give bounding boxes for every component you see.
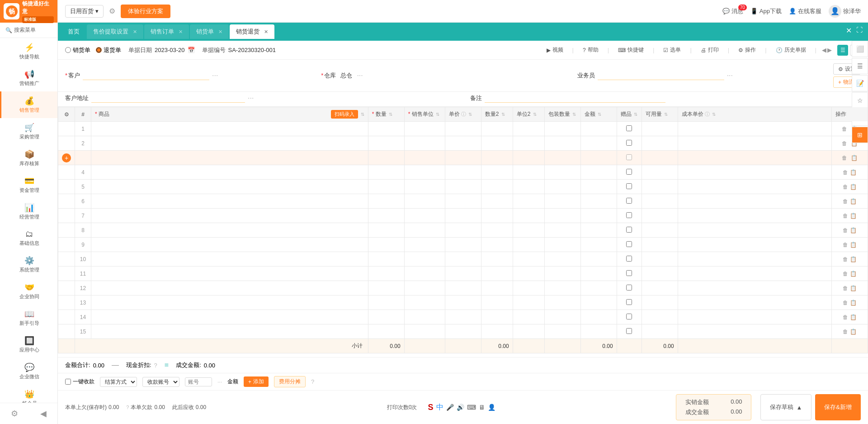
- row-amount-1[interactable]: [580, 122, 617, 136]
- copy-icon-7[interactable]: 📋: [850, 213, 857, 219]
- unit2-sort-icon[interactable]: ⇅: [533, 112, 537, 117]
- copy-icon-9[interactable]: 📋: [850, 242, 857, 248]
- copy-icon-13[interactable]: 📋: [850, 300, 857, 306]
- sidebar-item-purchase[interactable]: 🛒 采购管理: [0, 118, 57, 145]
- tab-home[interactable]: 首页: [61, 24, 86, 39]
- tab-sales-order[interactable]: 销售订单 ✕: [144, 24, 189, 39]
- delete-icon-3[interactable]: 🗑: [842, 155, 847, 161]
- delete-icon-13[interactable]: 🗑: [843, 300, 848, 306]
- cost-sort-icon[interactable]: ⇅: [712, 112, 716, 117]
- right-panel-expand[interactable]: ⬜: [852, 41, 868, 57]
- right-panel-grid[interactable]: ⊞: [852, 127, 868, 143]
- next-icon[interactable]: ▶: [827, 47, 832, 53]
- split-btn[interactable]: 费用分摊: [274, 376, 306, 387]
- lang-icon[interactable]: 中: [436, 403, 443, 412]
- qty2-sort-icon[interactable]: ⇅: [501, 112, 505, 117]
- staff-input[interactable]: [598, 71, 724, 80]
- online-service-button[interactable]: 👤 在线客服: [789, 7, 821, 15]
- row-qty-1[interactable]: [368, 122, 404, 136]
- volume-icon[interactable]: 🔊: [457, 404, 464, 411]
- list-view-btn[interactable]: ☰: [837, 45, 848, 56]
- sidebar-item-finance[interactable]: 💳 资金管理: [0, 172, 57, 198]
- operate-btn[interactable]: ⚙ 操作: [735, 44, 760, 56]
- radio-sale[interactable]: 销货单: [65, 46, 90, 54]
- tab-price-close[interactable]: ✕: [133, 29, 137, 35]
- discount-help-icon[interactable]: ?: [154, 362, 157, 369]
- remark-input[interactable]: [485, 94, 665, 103]
- customer-input[interactable]: [83, 71, 209, 80]
- save-new-button[interactable]: 保存&新增: [815, 394, 861, 420]
- goods-input-2[interactable]: [95, 140, 364, 147]
- search-menu-item[interactable]: 🔍 搜索菜单: [0, 23, 57, 38]
- method-select[interactable]: 结算方式: [100, 377, 137, 387]
- payment-help-icon[interactable]: ?: [311, 378, 314, 385]
- video-btn[interactable]: ▶ 视频: [543, 44, 567, 56]
- settings-gear-icon[interactable]: ⚙: [109, 7, 115, 15]
- copy-icon-15[interactable]: 📋: [850, 329, 857, 335]
- delete-icon-4[interactable]: 🗑: [843, 169, 848, 176]
- save-draft-button[interactable]: 保存草稿 ▲: [760, 394, 811, 420]
- one-click-input[interactable]: [65, 379, 71, 385]
- sidebar-item-sales[interactable]: 💰 销售管理: [0, 91, 57, 118]
- tab-sales-return-close[interactable]: ✕: [264, 29, 268, 35]
- delete-icon-6[interactable]: 🗑: [843, 198, 848, 205]
- calendar-icon[interactable]: 📅: [188, 47, 195, 53]
- close-tab-icon[interactable]: ✕: [846, 26, 852, 35]
- sidebar-item-basic[interactable]: 🗂 基础信息: [0, 225, 57, 251]
- goods-input-1[interactable]: [95, 126, 364, 132]
- delete-icon-5[interactable]: 🗑: [843, 184, 848, 190]
- goods-input-3[interactable]: [95, 155, 364, 161]
- row-avail-1[interactable]: [642, 122, 678, 136]
- app-download-button[interactable]: 📱 App下载: [750, 7, 782, 15]
- unit-sort-icon[interactable]: ⇅: [436, 112, 439, 117]
- user-icon[interactable]: 👤: [488, 404, 495, 411]
- sidebar-item-operation[interactable]: 📊 经营管理: [0, 198, 57, 225]
- scan-btn[interactable]: 扫码录入: [331, 110, 358, 119]
- qty-sort-icon[interactable]: ⇅: [389, 112, 392, 117]
- pack-sort-icon[interactable]: ⇅: [572, 112, 576, 117]
- sidebar-item-member[interactable]: 👑 畅会员: [0, 385, 57, 403]
- breadcrumb[interactable]: 日用百货 ▾: [65, 5, 104, 18]
- one-click-checkbox[interactable]: 一键收款: [65, 378, 94, 386]
- copy-icon-5[interactable]: 📋: [850, 184, 857, 190]
- trial-button[interactable]: 体验行业方案: [121, 5, 170, 18]
- copy-icon-4[interactable]: 📋: [850, 169, 857, 176]
- goods-sort-icon[interactable]: ⇅: [361, 112, 364, 117]
- cost-info-icon[interactable]: ⓘ: [705, 111, 710, 117]
- amount-sort-icon[interactable]: ⇅: [598, 112, 601, 117]
- account-select[interactable]: 收款账号: [142, 377, 179, 387]
- sidebar-item-system[interactable]: ⚙️ 系统管理: [0, 251, 57, 278]
- delete-icon-15[interactable]: 🗑: [843, 329, 848, 335]
- row-qty2-1[interactable]: [481, 122, 513, 136]
- warehouse-picker[interactable]: ···: [357, 71, 363, 80]
- delete-icon-11[interactable]: 🗑: [843, 271, 848, 277]
- account-input[interactable]: [185, 377, 212, 386]
- row-goods-1[interactable]: [91, 122, 368, 136]
- sidebar-item-apps[interactable]: 🔲 应用中心: [0, 331, 57, 358]
- user-profile[interactable]: 👤 徐泽华: [829, 5, 861, 18]
- sidebar-item-cooperation[interactable]: 🤝 企业协同: [0, 278, 57, 305]
- row-price-1[interactable]: [445, 122, 481, 136]
- shortcut-btn[interactable]: ⌨ 快捷键: [614, 44, 647, 56]
- avail-sort-icon[interactable]: ⇅: [664, 112, 668, 117]
- message-button[interactable]: 💬 消息 70: [722, 7, 743, 15]
- col-settings[interactable]: ⚙: [58, 107, 75, 122]
- delete-icon-7[interactable]: 🗑: [843, 213, 848, 219]
- copy-icon-11[interactable]: 📋: [850, 271, 857, 277]
- right-panel-fold[interactable]: ☰: [852, 58, 868, 74]
- staff-picker[interactable]: ···: [727, 71, 733, 80]
- sidebar-item-guide[interactable]: 📖 新手引导: [0, 305, 57, 331]
- account-picker[interactable]: ···: [217, 379, 222, 385]
- copy-icon-14[interactable]: 📋: [850, 314, 857, 320]
- delete-icon-2[interactable]: 🗑: [842, 140, 847, 147]
- row-pack-1[interactable]: [544, 122, 580, 136]
- price-sort-icon[interactable]: ⇅: [468, 112, 472, 117]
- row-unit-1[interactable]: [404, 122, 445, 136]
- tab-sales-return[interactable]: 销货退货 ✕: [230, 24, 274, 39]
- tab-sales-order-close[interactable]: ✕: [179, 29, 183, 35]
- copy-icon-6[interactable]: 📋: [850, 198, 857, 205]
- row-unit2-1[interactable]: [513, 122, 544, 136]
- sogou-icon[interactable]: S: [428, 403, 434, 412]
- keyboard-icon-2[interactable]: ⌨: [467, 404, 476, 411]
- delete-icon-14[interactable]: 🗑: [843, 314, 848, 320]
